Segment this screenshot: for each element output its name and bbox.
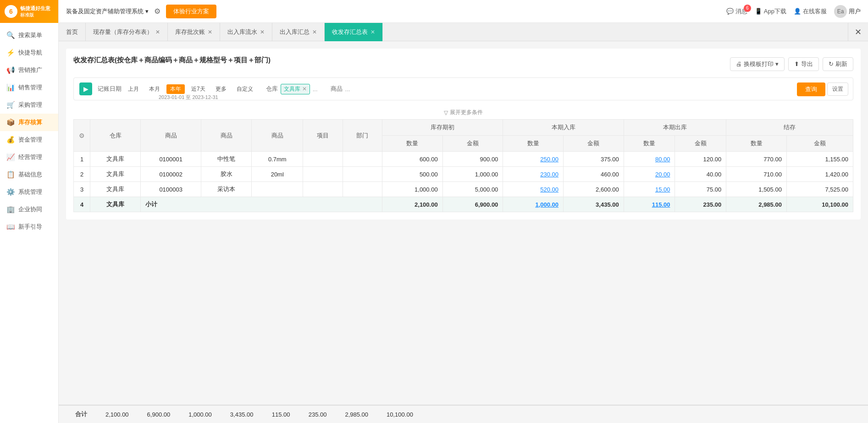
row-in-qty-link[interactable]: 250.00 bbox=[503, 152, 564, 167]
sidebar-item-quicknav[interactable]: ⚡ 快捷导航 bbox=[0, 44, 58, 61]
basics-icon: 📋 bbox=[6, 170, 15, 179]
message-button[interactable]: 💬 消息 6 bbox=[726, 7, 747, 16]
footer-opening-qty: 2,100.00 bbox=[96, 411, 138, 418]
sidebar-item-enterprise[interactable]: 🏢 企业协同 bbox=[0, 201, 58, 218]
tab-label: 收发存汇总表 bbox=[332, 28, 368, 36]
table-row: 1 文具库 0100001 中性笔 0.7mm 600.00 900.00 25… bbox=[74, 152, 853, 167]
refresh-button[interactable]: ↻ 刷新 bbox=[823, 57, 853, 71]
user-menu-button[interactable]: Ea 用户 bbox=[834, 5, 861, 18]
export-button[interactable]: ⬆ 导出 bbox=[788, 57, 819, 71]
footer-balance-qty: 2,985.00 bbox=[336, 411, 377, 418]
row-in-amount: 375.00 bbox=[564, 152, 624, 167]
col-product-code-header: 商品 bbox=[141, 120, 201, 152]
online-service-button[interactable]: 👤 在线客服 bbox=[794, 7, 827, 16]
sidebar-item-inventory[interactable]: 📦 库存核算 bbox=[0, 114, 58, 131]
row-department bbox=[343, 152, 382, 167]
product-more-button[interactable]: ... bbox=[345, 86, 350, 93]
row-project bbox=[303, 167, 343, 182]
close-all-tabs-button[interactable]: ✕ bbox=[848, 23, 868, 41]
warehouse-label: 仓库 bbox=[266, 85, 278, 93]
warehouse-more-button[interactable]: ... bbox=[313, 86, 318, 93]
app-download-button[interactable]: 📱 App下载 bbox=[755, 7, 786, 16]
row-product-spec bbox=[252, 182, 303, 197]
tab-close-icon[interactable]: ✕ bbox=[155, 29, 160, 35]
sidebar-item-label: 新手引导 bbox=[18, 223, 42, 231]
row-out-amount: 75.00 bbox=[675, 182, 726, 197]
subtotal-no: 4 bbox=[74, 197, 90, 212]
filter-settings-button[interactable]: 设置 bbox=[827, 82, 848, 96]
tab-close-icon[interactable]: ✕ bbox=[312, 29, 317, 35]
row-in-qty-link[interactable]: 520.00 bbox=[503, 182, 564, 197]
column-settings-icon[interactable]: ⚙ bbox=[79, 132, 85, 139]
settings-gear-icon[interactable]: ⚙ bbox=[154, 7, 160, 16]
subtotal-out-qty[interactable]: 115.00 bbox=[624, 197, 675, 212]
system-title-dropdown[interactable]: 装备及固定资产辅助管理系统 ▾ bbox=[66, 7, 149, 16]
sidebar-item-guide[interactable]: 📖 新手引导 bbox=[0, 218, 58, 236]
row-opening-qty: 1,000.00 bbox=[382, 182, 442, 197]
search-icon: 🔍 bbox=[6, 31, 15, 39]
filter-toggle-button[interactable]: ▶ bbox=[79, 82, 92, 95]
avatar: Ea bbox=[834, 5, 847, 18]
sidebar-item-purchase[interactable]: 🛒 采购管理 bbox=[0, 96, 58, 114]
dropdown-chevron-icon: ▾ bbox=[145, 8, 149, 15]
tab-label: 出入库汇总 bbox=[280, 28, 310, 36]
sidebar-item-marketing[interactable]: 📢 营销推广 bbox=[0, 61, 58, 79]
subtotal-in-qty[interactable]: 1,000.00 bbox=[503, 197, 564, 212]
date-btn-this-month[interactable]: 本月 bbox=[145, 84, 164, 94]
footer-out-amount: 235.00 bbox=[299, 411, 336, 418]
tab-inout-flow[interactable]: 出入库流水 ✕ bbox=[220, 23, 272, 41]
row-in-qty-link[interactable]: 230.00 bbox=[503, 167, 564, 182]
marketing-icon: 📢 bbox=[6, 66, 15, 74]
tab-close-icon[interactable]: ✕ bbox=[370, 29, 375, 35]
row-product-code: 0100002 bbox=[141, 167, 201, 182]
tab-close-icon[interactable]: ✕ bbox=[208, 29, 212, 35]
sidebar-item-sales[interactable]: 📊 销售管理 bbox=[0, 79, 58, 96]
product-label: 商品 bbox=[331, 85, 343, 93]
app-logo[interactable]: 6 畅捷通好生意 标准版 bbox=[0, 0, 58, 23]
date-btn-more[interactable]: 更多 bbox=[212, 84, 230, 94]
logo-line2: 标准版 bbox=[20, 12, 50, 18]
query-button[interactable]: 查询 bbox=[797, 82, 825, 96]
tab-close-icon[interactable]: ✕ bbox=[260, 29, 265, 35]
tab-inout-summary[interactable]: 出入库汇总 ✕ bbox=[272, 23, 325, 41]
sidebar-item-system[interactable]: ⚙️ 系统管理 bbox=[0, 183, 58, 201]
print-template-button[interactable]: 🖨 换模板打印 ▾ bbox=[730, 57, 785, 71]
sidebar-item-label: 营销推广 bbox=[18, 66, 42, 74]
sidebar-item-basics[interactable]: 📋 基础信息 bbox=[0, 166, 58, 183]
row-out-amount: 40.00 bbox=[675, 167, 726, 182]
row-in-amount: 2,600.00 bbox=[564, 182, 624, 197]
date-btn-last-month[interactable]: 上月 bbox=[124, 84, 143, 94]
remove-warehouse-icon[interactable]: ✕ bbox=[302, 86, 307, 92]
row-no: 3 bbox=[74, 182, 90, 197]
tab-home[interactable]: 首页 bbox=[59, 23, 86, 41]
sidebar-item-search[interactable]: 🔍 搜索菜单 bbox=[0, 27, 58, 44]
date-btn-this-year[interactable]: 本年 bbox=[166, 84, 185, 94]
row-out-amount: 120.00 bbox=[675, 152, 726, 167]
row-out-qty-link[interactable]: 80.00 bbox=[624, 152, 675, 167]
purchase-icon: 🛒 bbox=[6, 101, 15, 109]
tab-batch-account[interactable]: 库存批次账 ✕ bbox=[168, 23, 220, 41]
row-out-qty-link[interactable]: 20.00 bbox=[624, 167, 675, 182]
footer-in-qty: 1,000.00 bbox=[179, 411, 221, 418]
date-btn-7days[interactable]: 近7天 bbox=[188, 84, 209, 94]
expand-more-conditions[interactable]: ▽ 展开更多条件 bbox=[73, 106, 853, 119]
sidebar-item-operations[interactable]: 📈 经营管理 bbox=[0, 148, 58, 166]
warehouse-filter: 仓库 文具库 ✕ ... bbox=[266, 84, 318, 94]
subtotal-opening-qty: 2,100.00 bbox=[382, 197, 442, 212]
trial-button[interactable]: 体验行业方案 bbox=[166, 5, 216, 18]
row-product-name: 中性笔 bbox=[201, 152, 252, 167]
sidebar-item-finance[interactable]: 💰 资金管理 bbox=[0, 131, 58, 148]
row-warehouse: 文具库 bbox=[90, 167, 141, 182]
date-btn-custom[interactable]: 自定义 bbox=[233, 84, 257, 94]
tab-inventory-distribution[interactable]: 现存量（库存分布表） ✕ bbox=[86, 23, 168, 41]
row-in-amount: 460.00 bbox=[564, 167, 624, 182]
row-out-qty-link[interactable]: 15.00 bbox=[624, 182, 675, 197]
sidebar-item-label: 快捷导航 bbox=[18, 49, 42, 57]
sidebar-item-label: 销售管理 bbox=[18, 83, 42, 92]
col-out-amount-header: 金额 bbox=[675, 136, 726, 152]
system-icon: ⚙️ bbox=[6, 188, 15, 196]
product-filter: 商品 ... bbox=[331, 85, 350, 93]
row-project bbox=[303, 152, 343, 167]
col-out-qty-header: 数量 bbox=[624, 136, 675, 152]
tab-receipt-summary[interactable]: 收发存汇总表 ✕ bbox=[325, 23, 383, 41]
